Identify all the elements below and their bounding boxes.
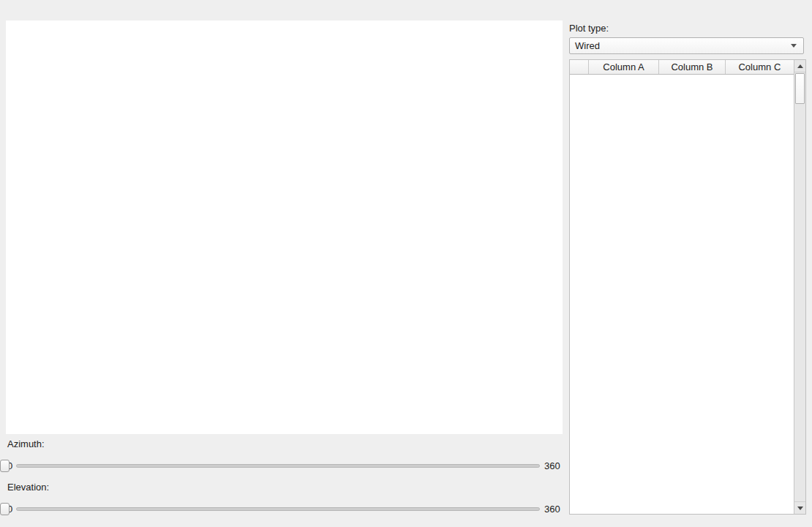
azimuth-slider[interactable] bbox=[16, 464, 540, 468]
header-cell-column-a[interactable]: Column A bbox=[589, 60, 659, 74]
arrow-down-icon bbox=[797, 507, 803, 510]
table-header: Column A Column B Column C bbox=[570, 60, 794, 75]
table-main: Column A Column B Column C bbox=[570, 60, 794, 514]
azimuth-max-label: 360 bbox=[544, 460, 560, 471]
elevation-slider[interactable] bbox=[16, 507, 540, 511]
window: Plot type: Wired Column A Column B Colum… bbox=[0, 0, 812, 527]
plot-type-select[interactable]: Wired bbox=[569, 37, 804, 54]
elevation-slider-handle[interactable] bbox=[0, 503, 10, 515]
menu-bar bbox=[0, 0, 812, 15]
header-cell-column-b[interactable]: Column B bbox=[659, 60, 725, 74]
elevation-label: Elevation: bbox=[7, 482, 49, 493]
azimuth-slider-handle[interactable] bbox=[0, 460, 10, 472]
3d-wireframe-plot[interactable] bbox=[6, 20, 563, 434]
elevation-max-label: 360 bbox=[544, 504, 560, 515]
table-vertical-scrollbar[interactable] bbox=[794, 60, 805, 514]
scroll-down-button[interactable] bbox=[794, 501, 805, 514]
header-cell-corner[interactable] bbox=[570, 60, 589, 74]
scrollbar-thumb[interactable] bbox=[795, 73, 805, 104]
azimuth-label: Azimuth: bbox=[7, 438, 45, 449]
chevron-down-icon bbox=[791, 44, 797, 48]
plot-type-label: Plot type: bbox=[569, 23, 609, 34]
header-cell-column-c[interactable]: Column C bbox=[726, 60, 794, 74]
figure-canvas[interactable] bbox=[6, 20, 563, 434]
data-table: Column A Column B Column C bbox=[569, 59, 806, 515]
plot-type-value: Wired bbox=[570, 40, 791, 51]
arrow-up-icon bbox=[797, 64, 803, 68]
scroll-up-button[interactable] bbox=[794, 60, 805, 72]
